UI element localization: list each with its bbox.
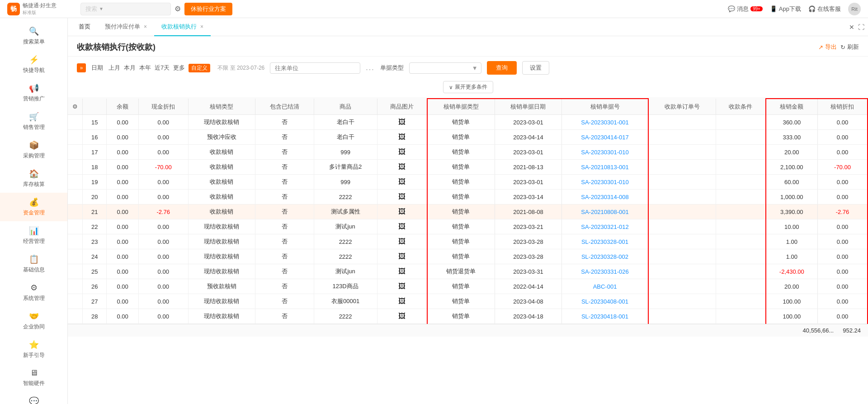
inventory-icon: 🏠	[29, 169, 39, 179]
cell-bill-no[interactable]: SL-20230418-001	[562, 309, 648, 324]
sidebar-label: 企业协同	[23, 323, 45, 331]
tab-prepay-close[interactable]: ×	[144, 24, 147, 30]
cell-bill-no[interactable]: SA-20230314-008	[562, 190, 648, 204]
refresh-label: 刷新	[847, 43, 859, 51]
cell-bill-no[interactable]: ABC-001	[562, 279, 648, 294]
filter-area: » 日期 上月 本月 本年 近7天 更多 自定义 不限 至 2023-07-26	[68, 57, 868, 98]
cell-bill-no[interactable]: SA-20230301-001	[562, 115, 648, 130]
table-row: 190.000.00收款核销否999🖼销货单2023-03-01SA-20230…	[68, 175, 868, 190]
tab-collection-close[interactable]: ×	[200, 24, 203, 30]
cell-include-settled: 否	[255, 234, 314, 249]
expand-more-button[interactable]: ∨ 展开更多条件	[443, 81, 493, 93]
sidebar-item-business[interactable]: 📊 经营管理	[0, 221, 67, 250]
cell-index: 19	[83, 175, 107, 190]
unit-input[interactable]	[270, 62, 360, 74]
cell-bill-no[interactable]: SL-20230328-002	[562, 249, 648, 264]
app-download-button[interactable]: 📱 App下载	[770, 5, 801, 13]
cell-receipt-order-no	[648, 234, 716, 249]
cell-writeoff-amount: 360.00	[766, 115, 818, 130]
col-bill-date: 核销单据日期	[495, 99, 562, 115]
cell-writeoff-discount: 0.00	[817, 294, 868, 309]
table-row: 150.000.00现结收款核销否老白干🖼销货单2023-03-01SA-202…	[68, 115, 868, 130]
date-link-custom[interactable]: 自定义	[189, 64, 210, 72]
setting-button[interactable]: 设置	[522, 61, 549, 75]
sidebar-item-wechat[interactable]: 💬 企业微信	[0, 392, 67, 404]
cell-writeoff-type: 现结收款核销	[188, 115, 255, 130]
cell-bill-date: 2023-04-14	[495, 130, 562, 145]
sidebar-label: 系统管理	[23, 295, 45, 302]
cell-bill-type: 销货单	[427, 234, 495, 249]
unit-dots[interactable]: ...	[366, 64, 374, 72]
cell-bill-no[interactable]: SA-20230301-010	[562, 175, 648, 190]
cell-bill-date: 2023-03-01	[495, 145, 562, 160]
tab-home[interactable]: 首页	[71, 18, 98, 36]
service-label: 在线客服	[817, 5, 841, 13]
query-button[interactable]: 查询	[487, 61, 517, 75]
sidebar-item-base-info[interactable]: 📋 基础信息	[0, 250, 67, 278]
cell-bill-no[interactable]: SA-20210808-001	[562, 204, 648, 219]
sidebar-item-purchase[interactable]: 📦 采购管理	[0, 136, 67, 164]
avatar[interactable]: Rit	[848, 3, 861, 15]
message-button[interactable]: 💬 消息 99+	[728, 5, 763, 13]
cell-bill-no[interactable]: SA-20210813-001	[562, 160, 648, 175]
cell-bill-no[interactable]: SL-20230328-001	[562, 234, 648, 249]
date-link-more[interactable]: 更多	[173, 64, 185, 72]
cell-writeoff-discount: 0.00	[817, 264, 868, 279]
cell-include-settled: 否	[255, 175, 314, 190]
app-icon: 📱	[770, 5, 777, 12]
sidebar-item-inventory[interactable]: 🏠 库存核算	[0, 164, 67, 193]
industry-solution-button[interactable]: 休验行业方案	[184, 3, 232, 15]
export-button[interactable]: ↗ 导出	[818, 43, 837, 51]
sidebar-item-sales[interactable]: 🛒 销售管理	[0, 107, 67, 136]
sidebar-item-hardware[interactable]: 🖥 智能硬件	[0, 364, 67, 392]
cell-bill-no[interactable]: SA-20230414-017	[562, 130, 648, 145]
col-bill-type: 核销单据类型	[427, 99, 495, 115]
date-link-last-month[interactable]: 上月	[108, 64, 120, 72]
sidebar-item-search-menu[interactable]: 🔍 搜索菜单	[0, 22, 67, 50]
cell-writeoff-discount: -2.76	[817, 204, 868, 219]
cell-index: 21	[83, 204, 107, 219]
cell-receipt-order-no	[648, 160, 716, 175]
cell-index: 27	[83, 294, 107, 309]
sidebar-item-system[interactable]: ⚙ 系统管理	[0, 278, 67, 307]
cell-cash-discount: 0.00	[138, 190, 188, 204]
receipt-type-select[interactable]	[409, 62, 481, 74]
business-icon: 📊	[29, 226, 39, 236]
tab-prepay-label: 预付冲应付单	[105, 23, 140, 31]
sidebar-item-enterprise[interactable]: 🤝 企业协同	[0, 307, 67, 335]
cell-writeoff-type: 现结收款核销	[188, 219, 255, 234]
sidebar-item-marketing[interactable]: 📢 营销推广	[0, 79, 67, 107]
cell-bill-no[interactable]: SA-20230331-026	[562, 264, 648, 279]
cell-product-image: 🖼	[377, 249, 427, 264]
sales-icon: 🛒	[29, 112, 39, 122]
cell-receipt-order-no	[648, 204, 716, 219]
cell-writeoff-type: 预收款核销	[188, 279, 255, 294]
service-button[interactable]: 🎧 在线客服	[808, 5, 841, 13]
cell-bill-no[interactable]: SA-20230301-010	[562, 145, 648, 160]
sidebar-label: 营销推广	[23, 95, 45, 103]
top-search-box[interactable]: 搜索 ▼	[80, 3, 171, 15]
close-tab-button[interactable]: ✕	[849, 24, 854, 31]
cell-index: 18	[83, 160, 107, 175]
maximize-tab-button[interactable]: ⛶	[858, 24, 864, 31]
refresh-button[interactable]: ↻ 刷新	[840, 43, 859, 51]
date-link-this-month[interactable]: 本月	[124, 64, 136, 72]
cell-index: 24	[83, 249, 107, 264]
tab-collection[interactable]: 收款核销执行 ×	[154, 18, 211, 36]
tab-prepay[interactable]: 预付冲应付单 ×	[98, 18, 154, 36]
cell-bill-date: 2023-03-01	[495, 115, 562, 130]
sidebar-item-capital[interactable]: 💰 资金管理	[0, 193, 67, 221]
date-link-this-year[interactable]: 本年	[139, 64, 151, 72]
cell-bill-no[interactable]: SA-20230321-012	[562, 219, 648, 234]
date-link-7days[interactable]: 近7天	[155, 64, 170, 72]
cell-bill-date: 2021-08-08	[495, 204, 562, 219]
expand-filter-button[interactable]: »	[77, 63, 86, 72]
cell-include-settled: 否	[255, 115, 314, 130]
cell-bill-no[interactable]: SL-20230408-001	[562, 294, 648, 309]
sidebar-item-guide[interactable]: ⭐ 新手引导	[0, 335, 67, 364]
sidebar-item-quick-nav[interactable]: ⚡ 快捷导航	[0, 50, 67, 79]
cell-index: 25	[83, 264, 107, 279]
cell-product: 999	[314, 145, 377, 160]
cell-index: 20	[83, 190, 107, 204]
gear-button[interactable]: ⚙	[175, 5, 181, 13]
